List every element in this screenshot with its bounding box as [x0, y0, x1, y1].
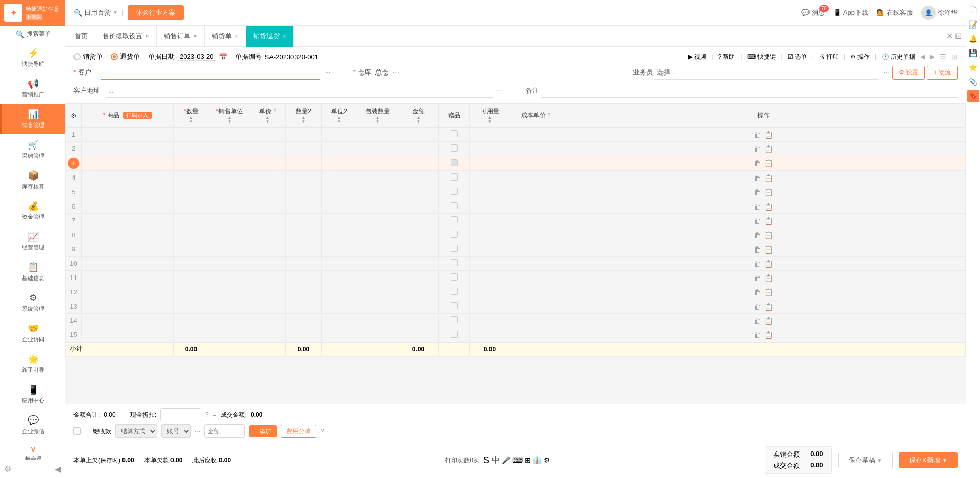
sidebar-item-appcenter[interactable]: 📱 应用中心	[0, 379, 65, 410]
right-sidebar-clip-btn[interactable]: 📎	[967, 76, 979, 88]
copy-9[interactable]: 📋	[764, 245, 773, 254]
sidebar-item-wechat[interactable]: 💬 企业微信	[0, 410, 65, 440]
tab-sale-price-close[interactable]: ×	[145, 33, 149, 40]
pkg-qty-cell-2[interactable]	[357, 142, 398, 156]
gift-cell-1[interactable]	[439, 128, 470, 142]
product-cell-active[interactable]	[82, 156, 174, 171]
copy-14[interactable]: 📋	[764, 317, 773, 325]
customer-select-btn[interactable]: ···	[322, 68, 333, 77]
account-dots[interactable]: ···	[195, 427, 200, 435]
tab-sale-price-setting[interactable]: 售价提取设置 ×	[95, 26, 157, 47]
right-sidebar-note-btn[interactable]: 📝	[967, 18, 979, 31]
sidebar-item-inventory[interactable]: 📦 库存核算	[0, 165, 65, 195]
add-payment-btn[interactable]: + 添加	[249, 425, 277, 437]
cost-price-cell-active[interactable]	[510, 156, 561, 171]
topbar-app-download[interactable]: 📱 App下载	[833, 8, 868, 17]
toolbar-shortcut[interactable]: ⌨ 快捷键	[747, 53, 776, 61]
del-14[interactable]: 🗑	[754, 317, 761, 325]
save-new-btn[interactable]: 保存&新增 ▼	[899, 452, 958, 468]
doc-date-value[interactable]: 2023-03-20	[178, 53, 216, 61]
available-sort[interactable]: ▲▼	[472, 116, 508, 124]
customer-input[interactable]	[101, 65, 320, 80]
grid-icon[interactable]: ⊞	[525, 456, 531, 464]
staff-select-btn[interactable]: ···	[881, 68, 892, 77]
copy-5[interactable]: 📋	[764, 188, 773, 196]
radio-return[interactable]: 退货单	[111, 52, 140, 61]
sale-unit-sort[interactable]: ▲▼	[211, 116, 248, 124]
qty2-cell-active[interactable]	[286, 156, 322, 171]
del-6[interactable]: 🗑	[754, 203, 761, 211]
qty2-sort[interactable]: ▲▼	[288, 116, 319, 124]
copy-13[interactable]: 📋	[764, 303, 773, 311]
qty-cell-2[interactable]	[174, 142, 209, 156]
th-gear[interactable]: ⚙	[66, 104, 82, 128]
toolbar-operate[interactable]: ⚙ 操作	[850, 53, 870, 61]
sale-unit-cell-1[interactable]	[209, 128, 250, 142]
row-delete-btn-active[interactable]: 🗑	[754, 159, 761, 167]
sidebar-item-marketing[interactable]: 📢 营销推广	[0, 73, 65, 104]
del-12[interactable]: 🗑	[754, 288, 761, 296]
del-13[interactable]: 🗑	[754, 303, 761, 311]
sidebar-item-sales[interactable]: 📊 销售管理	[0, 104, 65, 134]
unit2-cell-2[interactable]	[322, 142, 357, 156]
copy-10[interactable]: 📋	[764, 260, 773, 268]
copy-8[interactable]: 📋	[764, 231, 773, 239]
sidebar-settings-btn[interactable]: ⚙	[4, 464, 11, 474]
del-10[interactable]: 🗑	[754, 260, 761, 268]
view-list-btn[interactable]: ☰	[940, 53, 946, 61]
chinese-icon[interactable]: 中	[492, 455, 500, 466]
product-cell-2[interactable]	[82, 142, 174, 156]
product-cell-1[interactable]	[82, 128, 174, 142]
right-sidebar-save-btn[interactable]: 💾	[967, 47, 979, 59]
row-copy-btn-2[interactable]: 📋	[764, 145, 773, 153]
tab-close-all-btn[interactable]: ✕	[946, 31, 953, 41]
amount-sort[interactable]: ▲▼	[400, 116, 436, 124]
amount-input[interactable]	[204, 424, 245, 438]
gift-checkbox-2[interactable]	[451, 144, 458, 152]
addr-select-btn[interactable]: ···	[495, 86, 505, 95]
mic-icon[interactable]: 🎤	[502, 456, 510, 464]
topbar-trial-btn[interactable]: 体验行业方案	[128, 5, 184, 20]
copy-15[interactable]: 📋	[764, 331, 773, 339]
warehouse-select-btn[interactable]: ···	[390, 68, 401, 77]
toolbar-video[interactable]: ▶ 视频	[688, 53, 706, 61]
row-delete-btn-1[interactable]: 🗑	[754, 131, 761, 139]
sidebar-item-newguide[interactable]: 🌟 新手引导	[0, 348, 65, 379]
amount-cell-active[interactable]	[398, 156, 439, 171]
amount-cell-2[interactable]	[398, 142, 439, 156]
view-grid-btn[interactable]: ⊞	[951, 53, 958, 61]
unit-price-sort[interactable]: ▲▼	[252, 116, 283, 124]
unit-price-cell-active[interactable]	[250, 156, 286, 171]
available-cell-1[interactable]	[470, 128, 510, 142]
sidebar-collapse-btn[interactable]: ◀	[55, 464, 61, 474]
remark-input[interactable]	[541, 84, 958, 98]
add-logistics-btn[interactable]: + 物流	[927, 66, 958, 80]
qty-cell-active[interactable]	[174, 156, 209, 171]
del-9[interactable]: 🗑	[754, 245, 761, 254]
sidebar-item-enterprise[interactable]: 🤝 企业协同	[0, 318, 65, 348]
toolbar-select[interactable]: ☑ 选单	[788, 53, 807, 61]
scan-btn[interactable]: 扫码录入	[123, 112, 152, 119]
unit-price-help[interactable]: ?	[273, 108, 276, 114]
sidebar-item-operations[interactable]: 📈 经营管理	[0, 226, 65, 257]
calendar-icon[interactable]: 📅	[219, 53, 227, 61]
right-sidebar-star-btn[interactable]: ⭐	[967, 61, 979, 73]
unit-price-cell-1[interactable]	[250, 128, 286, 142]
gift-cell-2[interactable]	[439, 142, 470, 156]
del-8[interactable]: 🗑	[754, 231, 761, 239]
sidebar-search[interactable]: 🔍 搜索菜单	[0, 26, 65, 42]
unit2-sort[interactable]: ▲▼	[324, 116, 355, 124]
del-11[interactable]: 🗑	[754, 274, 761, 282]
unit2-cell-1[interactable]	[322, 128, 357, 142]
sidebar-item-shortcut[interactable]: ⚡ 快捷导航	[0, 42, 65, 73]
gift-checkbox-active[interactable]	[451, 159, 458, 166]
account-select[interactable]: 账号	[161, 424, 191, 438]
help-calc-icon[interactable]: ?	[205, 411, 209, 418]
tab-sales-return[interactable]: 销货退货 ×	[246, 26, 294, 47]
toolbar-history[interactable]: 🕐 历史单据	[881, 53, 915, 61]
row-delete-btn-2[interactable]: 🗑	[754, 145, 761, 153]
gift-checkbox-1[interactable]	[451, 130, 458, 137]
settings-icon2[interactable]: ⚙	[544, 456, 550, 464]
sidebar-item-system[interactable]: ⚙ 系统管理	[0, 287, 65, 318]
history-next-btn[interactable]: ▶	[930, 53, 935, 60]
